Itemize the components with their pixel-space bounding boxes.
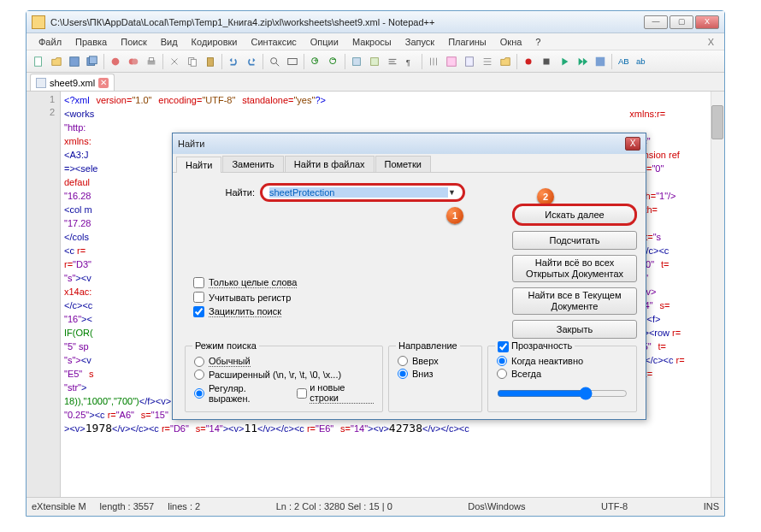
scrollbar-thumb[interactable] [711,105,723,139]
record-icon[interactable] [520,53,537,70]
indent-guide-icon[interactable] [425,53,442,70]
status-insert: INS [704,501,719,511]
close-icon[interactable] [107,53,124,70]
userlang-icon[interactable] [443,53,460,70]
copy-icon[interactable] [184,53,201,70]
tab-mark[interactable]: Пометки [375,156,431,172]
menu-run[interactable]: Запуск [400,35,439,49]
trans-always-radio[interactable]: Всегда [497,369,628,379]
replace-icon[interactable] [284,53,301,70]
redo-icon[interactable] [243,53,260,70]
close-button[interactable]: X [695,15,719,29]
close-dialog-button[interactable]: Закрыть [512,320,637,339]
menu-edit[interactable]: Правка [70,35,112,49]
saveall-icon[interactable] [84,53,101,70]
docmap-icon[interactable] [461,53,478,70]
dropdown-icon[interactable]: ▼ [448,188,456,197]
minimize-button[interactable]: — [644,15,668,29]
transparency-group: Прозрачность Когда неактивно Всегда [487,346,637,412]
direction-up-radio[interactable]: Вверх [398,356,473,366]
transparency-slider[interactable] [497,387,628,400]
trans-inactive-radio[interactable]: Когда неактивно [497,356,628,366]
svg-point-12 [271,57,277,63]
open-file-icon[interactable] [48,53,65,70]
save-icon[interactable] [66,53,83,70]
dialog-close-button[interactable]: X [625,137,640,151]
tab-replace[interactable]: Заменить [222,156,283,172]
new-file-icon[interactable] [30,53,47,70]
titlebar[interactable]: C:\Users\ПК\AppData\Local\Temp\Temp1_Кни… [27,11,724,33]
find-input[interactable] [269,187,448,198]
svg-rect-1 [70,56,80,66]
file-tab-label: sheet9.xml [50,78,95,88]
sync-v-icon[interactable] [348,53,365,70]
menu-options[interactable]: Опции [305,35,344,49]
menu-search[interactable]: Поиск [115,35,151,49]
mode-extended-radio[interactable]: Расширенный (\n, \r, \t, \0, \x...) [194,369,374,380]
spellnav-icon[interactable]: ab [633,53,650,70]
tab-close-icon[interactable]: ✕ [98,78,109,88]
savemacro-icon[interactable] [592,53,609,70]
svg-rect-0 [35,56,42,66]
findall-opendocs-button[interactable]: Найти всё во всех Открытых Документах [512,255,637,282]
play-icon[interactable] [556,53,573,70]
svg-point-4 [112,57,120,65]
status-lines: lines : 2 [168,501,200,511]
svg-rect-11 [208,57,214,66]
paste-icon[interactable] [202,53,219,70]
closeall-icon[interactable] [125,53,142,70]
menu-encoding[interactable]: Кодировки [186,35,243,49]
wrap-around-checkbox[interactable]: Зациклить поиск [193,306,297,317]
app-icon [32,15,45,29]
direction-down-radio[interactable]: Вниз [398,369,473,379]
print-icon[interactable] [143,53,160,70]
toolbar: + − ¶ ABC ab [27,50,724,73]
find-next-button[interactable]: Искать далее [512,204,637,226]
dialog-titlebar[interactable]: Найти X [173,133,646,154]
menubar-close-icon[interactable]: X [705,37,717,47]
menu-file[interactable]: Файл [33,35,67,49]
maximize-button[interactable]: ▢ [670,15,693,29]
count-button[interactable]: Подсчитать [512,231,637,250]
findall-currentdoc-button[interactable]: Найти все в Текущем Документе [512,287,637,315]
svg-text:−: − [331,56,336,64]
stop-icon[interactable] [538,53,555,70]
tab-find[interactable]: Найти [176,157,221,173]
cut-icon[interactable] [166,53,183,70]
xml-file-icon [36,78,46,88]
find-icon[interactable] [266,53,283,70]
menu-help[interactable]: ? [530,35,546,49]
spellcheck-icon[interactable]: ABC [615,53,632,70]
menu-view[interactable]: Вид [156,35,183,49]
playmulti-icon[interactable] [574,53,591,70]
whole-words-checkbox[interactable]: Только целые слова [193,277,297,288]
undo-icon[interactable] [225,53,242,70]
wrap-icon[interactable] [384,53,401,70]
svg-text:¶: ¶ [406,56,410,66]
svg-rect-22 [447,56,457,66]
sync-h-icon[interactable] [366,53,383,70]
menu-syntax[interactable]: Синтаксис [246,35,302,49]
match-case-checkbox[interactable]: Учитывать регистр [193,292,297,303]
mode-regex-radio[interactable]: Регуляр. выражен. и новые строки [194,382,374,404]
mode-normal-radio[interactable]: Обычный [194,356,374,367]
funclist-icon[interactable] [479,53,496,70]
menu-plugins[interactable]: Плагины [443,35,492,49]
file-tab[interactable]: sheet9.xml ✕ [30,74,115,91]
transparency-label[interactable]: Прозрачность [495,340,575,352]
svg-line-13 [276,62,280,66]
menu-macros[interactable]: Макросы [347,35,397,49]
svg-rect-25 [544,58,550,64]
folder-icon[interactable] [497,53,514,70]
vertical-scrollbar[interactable] [711,92,724,497]
menu-windows[interactable]: Окна [495,35,528,49]
tab-findinfiles[interactable]: Найти в файлах [285,156,375,172]
svg-text:ab: ab [636,56,646,65]
line-gutter: 1 2 [27,92,61,497]
svg-rect-23 [466,56,474,66]
zoom-out-icon[interactable]: − [325,53,342,70]
newlines-checkbox[interactable]: и новые строки [297,382,374,404]
direction-group: Направление Вверх Вниз [388,346,482,412]
showall-icon[interactable]: ¶ [402,53,419,70]
zoom-in-icon[interactable]: + [307,53,324,70]
